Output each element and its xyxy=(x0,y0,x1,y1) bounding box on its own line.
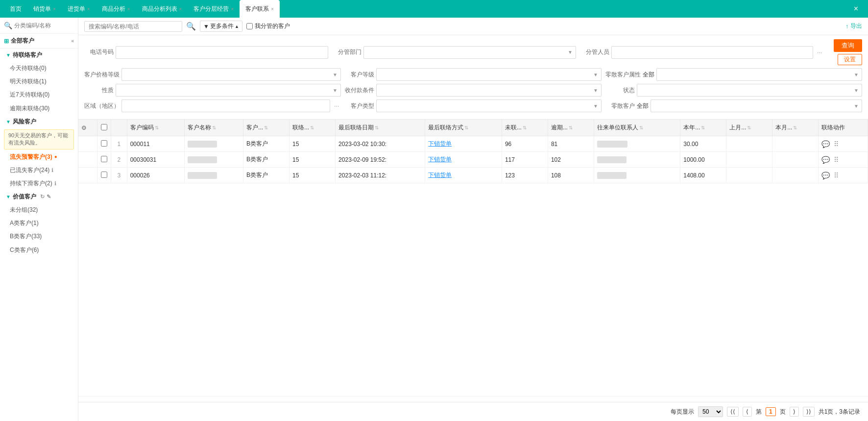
tab-analysis-list[interactable]: 商品分析列表 × xyxy=(136,0,188,18)
sidebar-group-risk[interactable]: ▼ 风险客户 xyxy=(0,115,78,128)
filter-search-button[interactable]: 🔍 xyxy=(186,22,196,31)
field-zero-attr-select[interactable]: ▼ xyxy=(656,68,862,81)
row-last-contact-method[interactable]: 下销货单 xyxy=(425,152,502,168)
sidebar-item-today[interactable]: 今天待联络(0) xyxy=(0,62,78,75)
tab-analysis-close-icon[interactable]: × xyxy=(127,6,130,12)
row-last-month xyxy=(726,136,772,152)
export-icon: ↑ xyxy=(845,23,848,30)
next-page-button[interactable]: ⟩ xyxy=(790,407,799,417)
info-icon-1: ℹ xyxy=(51,166,53,175)
action-chat-icon[interactable]: 💬 xyxy=(821,140,830,148)
tab-analysis[interactable]: 商品分析 × xyxy=(96,0,136,18)
col-last-method[interactable]: 最后联络方式⇅ xyxy=(425,120,502,136)
sidebar-item-class-b[interactable]: B类客户(33) xyxy=(0,230,78,243)
tab-purchase-close-icon[interactable]: × xyxy=(87,6,90,12)
field-region-dots[interactable]: ··· xyxy=(332,102,341,109)
sidebar-item-7days[interactable]: 近7天待联络(0) xyxy=(0,88,78,101)
col-unit-contact[interactable]: 往来单位联系人⇅ xyxy=(594,120,680,136)
action-more-icon[interactable]: ⠿ xyxy=(834,156,839,164)
col-this-year[interactable]: 本年...⇅ xyxy=(680,120,726,136)
chevron-down-icon-8: ▼ xyxy=(593,103,598,109)
refresh-icon[interactable]: ↻ xyxy=(40,194,45,200)
row-last-contact-method[interactable]: 下销货单 xyxy=(425,136,502,152)
action-chat-icon[interactable]: 💬 xyxy=(821,172,830,179)
sidebar-group-pending[interactable]: ▼ 待联络客户 xyxy=(0,49,78,62)
tab-customer-tier-close-icon[interactable]: × xyxy=(231,6,234,12)
sidebar-item-class-a[interactable]: A类客户(1) xyxy=(0,217,78,230)
col-settings[interactable]: ⚙ xyxy=(78,120,97,136)
tab-sales[interactable]: 销货单 × xyxy=(27,0,62,18)
row-checkbox[interactable] xyxy=(97,136,111,152)
sort-icon-unit-contact: ⇅ xyxy=(639,125,643,130)
row-last-contact-method[interactable]: 下销货单 xyxy=(425,168,502,183)
field-zero-customer-select[interactable]: ▼ xyxy=(651,99,862,112)
filter-more-conditions-button[interactable]: ▼ 更多条件 ▲ xyxy=(200,21,242,32)
col-not-contacted[interactable]: 未联...⇅ xyxy=(502,120,548,136)
row-overdue: 102 xyxy=(548,152,594,168)
field-manager-dots[interactable]: ··· xyxy=(815,49,824,56)
field-customer-type-select[interactable]: ▼ xyxy=(376,99,602,112)
col-checkbox[interactable] xyxy=(97,120,111,136)
chevron-up-icon: ▲ xyxy=(235,24,239,29)
field-price-tier-select[interactable]: ▼ xyxy=(121,68,341,81)
export-button[interactable]: ↑ 导出 xyxy=(845,22,862,30)
settings-gear-icon[interactable]: ⚙ xyxy=(81,124,87,131)
page-suffix: 页 xyxy=(780,408,786,416)
tab-analysis-list-close-icon[interactable]: × xyxy=(179,6,182,12)
col-contact[interactable]: 联络...⇅ xyxy=(289,120,336,136)
my-customers-checkbox[interactable] xyxy=(246,23,253,29)
edit-icon[interactable]: ✎ xyxy=(47,194,51,200)
field-nature-select[interactable]: ▼ xyxy=(116,84,341,97)
prev-page-button[interactable]: ⟨ xyxy=(743,407,752,417)
action-more-icon[interactable]: ⠿ xyxy=(834,172,839,179)
sidebar-item-ungrouped[interactable]: 未分组(32) xyxy=(0,203,78,217)
first-page-button[interactable]: ⟨⟨ xyxy=(727,407,739,417)
field-phone-input[interactable] xyxy=(116,46,328,59)
query-button[interactable]: 查询 xyxy=(834,39,862,52)
chevron-down-icon-3: ▼ xyxy=(593,72,598,77)
last-page-button[interactable]: ⟩⟩ xyxy=(803,407,815,417)
window-close-button[interactable]: × xyxy=(848,4,864,13)
tab-customer-tier[interactable]: 客户分层经营 × xyxy=(188,0,240,18)
col-last-date[interactable]: 最后联络日期⇅ xyxy=(336,120,425,136)
col-type[interactable]: 客户...⇅ xyxy=(243,120,289,136)
sidebar-group-value[interactable]: ▼ 价值客户 ↻ ✎ xyxy=(0,190,78,203)
tab-customer-contact[interactable]: 客户联系 × xyxy=(240,0,280,18)
my-customers-checkbox-label[interactable]: 我分管的客户 xyxy=(246,22,290,30)
col-overdue[interactable]: 逾期...⇅ xyxy=(548,120,594,136)
tab-sales-close-icon[interactable]: × xyxy=(53,6,56,12)
sidebar-item-churned[interactable]: 已流失客户(24) ℹ xyxy=(0,164,78,177)
row-actions: 💬 ⠿ xyxy=(819,152,868,168)
field-dept-select[interactable]: ▼ xyxy=(363,46,576,59)
field-payment-select[interactable]: ▼ xyxy=(376,84,602,97)
sidebar-all-customers[interactable]: ⊞ 全部客户 « xyxy=(0,34,78,49)
horizontal-scrollbar[interactable] xyxy=(78,396,868,402)
sidebar-item-churn-warning[interactable]: 流失预警客户(3) ● xyxy=(0,150,78,164)
col-code[interactable]: 客户编码⇅ xyxy=(127,120,184,136)
field-manager-input[interactable] xyxy=(611,46,813,59)
filter-search-input[interactable] xyxy=(84,21,182,32)
action-more-icon[interactable]: ⠿ xyxy=(834,140,839,148)
tab-purchase[interactable]: 进货单 × xyxy=(62,0,96,18)
top-tabbar: 首页 销货单 × 进货单 × 商品分析 × 商品分析列表 × 客户分层经营 × … xyxy=(0,0,868,18)
field-status-select[interactable]: ▼ xyxy=(637,84,862,97)
sidebar-item-class-c[interactable]: C类客户(6) xyxy=(0,244,78,257)
per-page-select[interactable]: 50 100 200 xyxy=(698,406,723,417)
arrow-down-icon: ▼ xyxy=(6,52,11,58)
settings-button[interactable]: 设置 xyxy=(838,54,862,65)
col-name[interactable]: 客户名称⇅ xyxy=(184,120,243,136)
sidebar-item-tomorrow[interactable]: 明天待联络(1) xyxy=(0,75,78,88)
select-all-checkbox[interactable] xyxy=(101,124,107,130)
tab-home[interactable]: 首页 xyxy=(4,0,27,18)
action-chat-icon[interactable]: 💬 xyxy=(821,156,830,164)
row-checkbox[interactable] xyxy=(97,152,111,168)
field-customer-level-select[interactable]: ▼ xyxy=(376,68,602,81)
field-region-input[interactable] xyxy=(121,99,330,112)
col-this-month[interactable]: 本月...⇅ xyxy=(772,120,819,136)
sidebar-item-overdue[interactable]: 逾期未联络(30) xyxy=(0,102,78,115)
sidebar-item-declining[interactable]: 持续下滑客户(2) ℹ xyxy=(0,177,78,190)
row-checkbox[interactable] xyxy=(97,168,111,183)
sidebar-search-input[interactable] xyxy=(14,22,78,29)
tab-customer-contact-close-icon[interactable]: × xyxy=(271,6,274,12)
col-last-month[interactable]: 上月...⇅ xyxy=(726,120,772,136)
